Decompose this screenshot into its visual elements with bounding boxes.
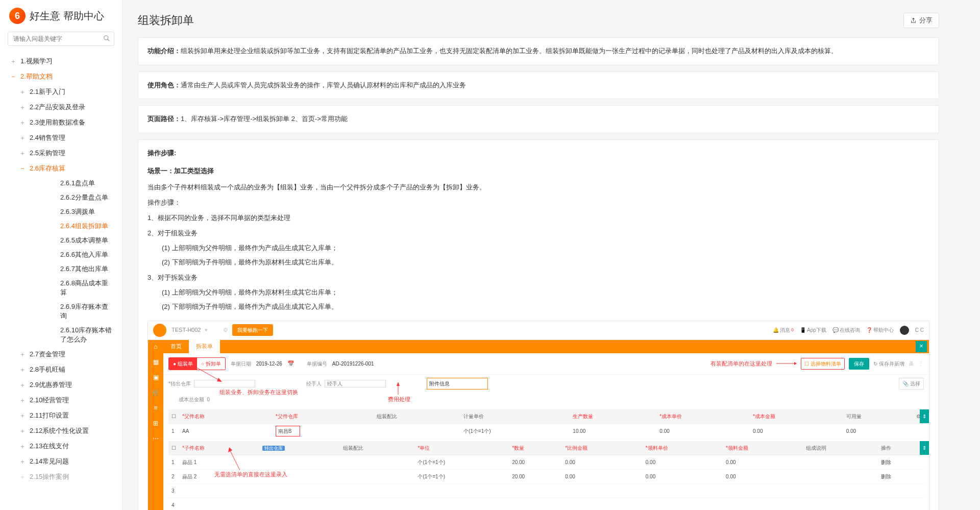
th-num: *数量 — [509, 441, 562, 455]
path-text: 1、库存核算->库存管理->组装拆卸单 2、首页->常用功能 — [181, 115, 348, 123]
search-icon[interactable] — [103, 35, 110, 43]
steps-sub: 操作步骤： — [148, 197, 929, 209]
nav-label: 2.9优惠券管理 — [30, 380, 72, 390]
nav-item-2-3[interactable]: ＋2.3使用前数据准备 — [14, 115, 117, 130]
share-button[interactable]: 分享 — [903, 13, 939, 28]
step-1: 1、根据不同的业务，选择不同单据的类型来处理 — [148, 212, 929, 225]
mock-child-table: ☐ *子件名称 转出仓库 组装配比 *单位 *数量 *比例金额 *领料单价 *领… — [163, 441, 929, 510]
plus-icon: ＋ — [18, 88, 27, 96]
page-header: 组装拆卸单 分享 — [138, 13, 939, 28]
th-parent: *父件名称 — [179, 409, 273, 424]
nav-item-2-14[interactable]: ＋2.14常见问题 — [14, 454, 117, 469]
th-ca: *成本金额 — [750, 409, 843, 424]
nav-item-2-8[interactable]: ＋2.8手机旺铺 — [14, 362, 117, 377]
nav-label: 2.13在线支付 — [30, 442, 69, 451]
nav-leaf-2-6-9[interactable]: 2.6.9库存账本查询 — [33, 300, 117, 323]
mock-top-links: 🔔 消息0 📱 App下载 💬 在线咨询 ❓ 帮助中心 C C — [773, 325, 924, 335]
mock-doc-value: AD-20191226-001 — [332, 359, 374, 369]
table-row: 3 — [168, 483, 924, 498]
nav-item-2-12[interactable]: ＋2.12系统个性化设置 — [14, 423, 117, 439]
th-pp: *领料单价 — [643, 441, 723, 455]
step-3a: (1) 上部明细为父件明细，最终作为原材料生成其它出库单； — [162, 286, 929, 299]
nav-item-video[interactable]: ＋1.视频学习 — [5, 54, 117, 69]
nav-leaf-2-6-2[interactable]: 2.6.2分量盘点单 — [33, 190, 117, 205]
nav-leaf-2-6-8[interactable]: 2.6.8商品成本重算 — [33, 276, 117, 300]
mock-type-radio: ● 组装单 ○ 拆卸单 — [168, 357, 226, 370]
mock-online-link: 💬 在线咨询 — [832, 325, 860, 335]
plus-icon: ＋ — [18, 411, 27, 420]
table-row: 1 AA 南昌B 个(1个=1个) 10.00 0.00 0.00 0.00 — [168, 423, 924, 439]
steps-heading: 操作步骤: — [148, 147, 929, 160]
search-input[interactable] — [8, 32, 114, 46]
nav-leaf-2-6-6[interactable]: 2.6.6其他入库单 — [33, 248, 117, 262]
main-content: 组装拆卸单 分享 功能介绍：组装拆卸单用来处理企业组装或拆卸等加工业务，支持有固… — [122, 0, 980, 510]
nav-leaf-2-6-7[interactable]: 2.6.7其他出库单 — [33, 262, 117, 276]
close-icon: × — [916, 341, 927, 352]
nav-leaf-2-6-3[interactable]: 2.6.3调拨单 — [33, 205, 117, 219]
search-box — [8, 32, 114, 46]
wallet-icon: ⊞ — [152, 420, 160, 428]
home-icon: ⌂ — [152, 343, 160, 351]
intro-label: 功能介绍： — [148, 47, 181, 55]
role-text: 通常由生产人员或库管人员完成拆装业务的操作，库管人员确认原材料的出库和产成品的入… — [181, 81, 466, 89]
more-icon: ⋮ — [918, 358, 924, 369]
mock-wh-input — [194, 380, 255, 387]
nav-item-2-4[interactable]: ＋2.4销售管理 — [14, 130, 117, 145]
annotation-list: 有装配清单的在这里处理 — [710, 358, 772, 369]
nav-item-2-7[interactable]: ＋2.7资金管理 — [14, 347, 117, 362]
mock-radio-assemble: ● 组装单 — [169, 358, 197, 370]
nav-label: 2.8手机旺铺 — [30, 365, 65, 374]
nav-label: 2.11打印设置 — [30, 411, 69, 420]
nav-item-2-1[interactable]: ＋2.1新手入门 — [14, 84, 117, 100]
svg-line-1 — [108, 39, 110, 41]
nav-item-2-11[interactable]: ＋2.11打印设置 — [14, 408, 117, 423]
mock-wh-label: *转出仓库 — [168, 379, 191, 388]
nav-leaf-2-6-5[interactable]: 2.6.5成本调整单 — [33, 233, 117, 248]
plus-icon: ＋ — [18, 442, 27, 450]
step-2a: (1) 上部明细为父件明细，最终作为产成品生成其它入库单； — [162, 242, 929, 255]
nav-item-2-13[interactable]: ＋2.13在线支付 — [14, 439, 117, 454]
nav-item-2-10[interactable]: ＋2.10经营管理 — [14, 393, 117, 408]
nav-item-2-2[interactable]: ＋2.2产品安装及登录 — [14, 100, 117, 115]
screenshot-mock: TEST-H002 ▾ ⚙ 我要畅跑一下 🔔 消息0 📱 App下载 💬 在线咨… — [148, 321, 929, 510]
mock-date-value: 2019-12-26 — [256, 359, 282, 369]
nav-label: 2.帮助文档 — [20, 72, 53, 81]
th-cwh: 转出仓库 — [262, 446, 285, 451]
th-qn: 生产数量 — [570, 409, 656, 424]
nav-leaf-2-6-4[interactable]: 2.6.4组装拆卸单 — [33, 219, 117, 233]
plus-icon: ＋ — [18, 381, 27, 389]
th-op: 操作 — [878, 441, 924, 455]
mock-app-link: 📱 App下载 — [800, 325, 826, 335]
mock-cost-row: 成本总金额 0 组装业务、拆卸业务在这里切换 费用处理 — [163, 393, 929, 409]
nav-label: 2.5采购管理 — [30, 149, 65, 158]
mock-save-button: 保存 — [849, 358, 869, 370]
table-row: 2蒜品 2个(1个=1个)20.000.000.000.00删除 — [168, 469, 924, 483]
tool-icon: ⇕ — [922, 443, 926, 453]
nav-item-2-5[interactable]: ＋2.5采购管理 — [14, 145, 117, 161]
mock-select-button: 📎 选择 — [899, 378, 924, 390]
th-pa: *领料金额 — [723, 441, 803, 455]
mock-form-row: *转出仓库 经手人 附件信息 📎 选择 — [163, 375, 929, 393]
nav-item-2-15[interactable]: ＋2.15操作案例 — [14, 469, 117, 484]
mock-fee-input: 附件信息 — [427, 378, 488, 390]
mock-trial-button: 我要畅跑一下 — [232, 324, 273, 336]
nav-item-docs[interactable]: −2.帮助文档 — [5, 69, 117, 84]
nav-item-2-6[interactable]: −2.6库存核算 — [14, 161, 117, 176]
nav-item-2-9[interactable]: ＋2.9优惠券管理 — [14, 377, 117, 393]
mock-doc-label: 单据编号 — [307, 359, 327, 369]
mock-tab-form: 拆装单 — [189, 339, 220, 354]
nav-label: 2.4销售管理 — [30, 133, 65, 142]
nav-leaf-2-6-1[interactable]: 2.6.1盘点单 — [33, 176, 117, 190]
mock-tab-home: 首页 — [163, 339, 189, 354]
th-rm: 组成说明 — [803, 441, 877, 455]
mock-bom-button: ☐ 选择物料清单 — [801, 358, 845, 370]
step-3: 3、对于拆装业务 — [148, 272, 929, 284]
nav-leaf-2-6-10[interactable]: 2.6.10库存账本错了怎么办 — [33, 323, 117, 347]
mock-tabs: 首页 拆装单 × — [163, 340, 929, 353]
mock-topbar: TEST-H002 ▾ ⚙ 我要畅跑一下 🔔 消息0 📱 App下载 💬 在线咨… — [148, 321, 929, 340]
step-3b: (2) 下部明细为子件明细，最终作为产成品生成其它入库单。 — [162, 301, 929, 313]
plus-icon: ＋ — [18, 350, 27, 358]
list-icon: ≡ — [152, 404, 160, 412]
minus-icon: − — [9, 72, 17, 81]
plus-icon: ＋ — [18, 366, 27, 374]
